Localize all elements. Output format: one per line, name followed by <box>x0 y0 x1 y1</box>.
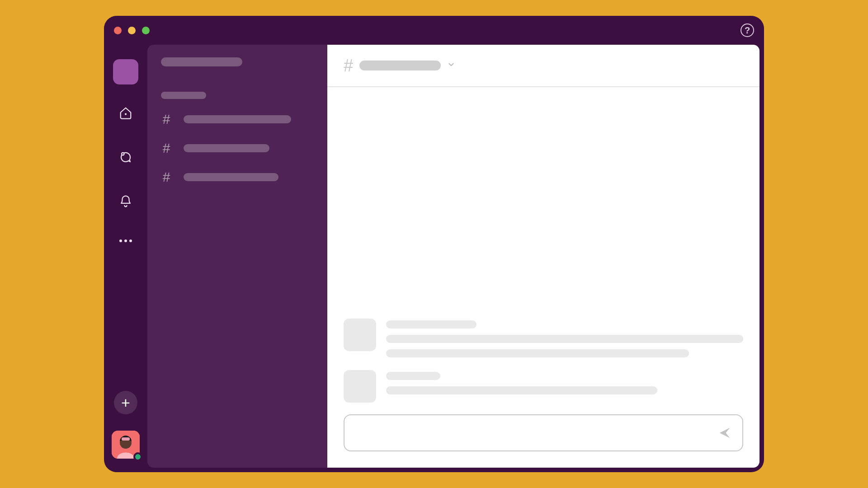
message-avatar <box>344 319 376 351</box>
message-text-placeholder <box>386 386 657 394</box>
minimize-window-button[interactable] <box>128 27 136 34</box>
channel-header[interactable]: # <box>327 45 760 87</box>
send-button[interactable] <box>718 426 731 440</box>
message-input[interactable] <box>355 428 718 438</box>
app-window: ? + <box>104 16 764 472</box>
svg-point-2 <box>119 239 122 242</box>
plus-icon: + <box>121 394 130 412</box>
workspace-rail: + <box>104 45 147 468</box>
hash-icon: # <box>344 56 353 75</box>
hash-icon: # <box>161 170 172 184</box>
user-menu[interactable] <box>112 431 140 459</box>
help-button[interactable]: ? <box>741 23 754 37</box>
svg-point-1 <box>122 153 124 155</box>
sidebar-channel-item[interactable]: # <box>161 141 314 155</box>
activity-icon[interactable] <box>119 195 132 208</box>
presence-indicator <box>133 452 142 461</box>
channel-sidebar: ### <box>147 45 327 468</box>
main-pane: # <box>327 45 760 468</box>
message <box>344 370 743 403</box>
titlebar: ? <box>104 16 764 45</box>
message-text-placeholder <box>386 335 743 343</box>
message-list <box>327 87 760 403</box>
svg-rect-7 <box>122 437 130 441</box>
svg-point-3 <box>124 239 127 242</box>
create-new-button[interactable]: + <box>114 391 137 414</box>
channel-name-placeholder <box>184 173 278 181</box>
maximize-window-button[interactable] <box>142 27 150 34</box>
dm-icon[interactable] <box>119 150 132 164</box>
message-author-placeholder <box>386 372 440 380</box>
svg-point-4 <box>129 239 132 242</box>
message-avatar <box>344 370 376 403</box>
channel-name-placeholder <box>184 144 269 152</box>
help-icon: ? <box>745 25 750 36</box>
svg-point-0 <box>125 114 126 115</box>
more-icon[interactable] <box>119 239 132 243</box>
hash-icon: # <box>161 141 172 155</box>
channel-name <box>359 61 441 70</box>
home-icon[interactable] <box>119 106 132 120</box>
send-icon <box>718 426 731 440</box>
message <box>344 319 743 357</box>
close-window-button[interactable] <box>114 27 122 34</box>
message-author-placeholder <box>386 320 476 328</box>
message-composer[interactable] <box>344 414 743 451</box>
sidebar-channel-item[interactable]: # <box>161 170 314 184</box>
sidebar-section-label <box>161 92 206 99</box>
sidebar-channel-item[interactable]: # <box>161 113 314 126</box>
workspace-name[interactable] <box>161 57 242 66</box>
message-text-placeholder <box>386 349 689 357</box>
hash-icon: # <box>161 113 172 126</box>
workspace-switcher[interactable] <box>113 59 138 84</box>
chevron-down-icon <box>447 61 455 70</box>
channel-name-placeholder <box>184 115 291 123</box>
window-controls <box>114 27 150 34</box>
